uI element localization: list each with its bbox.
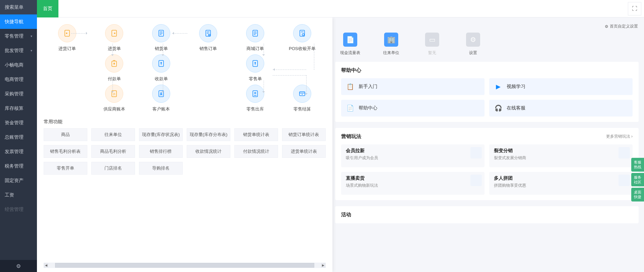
scroll-right-icon[interactable]: ▶ <box>321 263 326 268</box>
flow-node-purchase-bill[interactable]: 进货单 <box>91 24 138 52</box>
headset-icon: 🎧 <box>494 104 503 112</box>
common-button[interactable]: 商品 <box>44 128 87 141</box>
mkt-deco-icon <box>470 175 482 186</box>
flow-node-mall-order[interactable]: 商城订单 <box>232 24 279 52</box>
flow-node-supplier-ledger[interactable]: 供供应商账本 <box>91 85 138 112</box>
sidebar-item-retail[interactable]: 零售管理▾ <box>0 29 37 43</box>
content-area: 进货订单 进货单 销货单 销售订单 商城订单 POS收银开单 付款单 收款单 零… <box>37 17 644 272</box>
scrollbar-thumb[interactable] <box>55 263 315 268</box>
common-button[interactable]: 收款情况统计 <box>187 145 230 158</box>
badge-desktop[interactable]: 桌面快捷 <box>631 188 644 201</box>
gear-outline-icon: ⚙ <box>605 24 608 29</box>
side-badges: 客服热线 服务社区 桌面快捷 <box>631 158 644 203</box>
common-button[interactable]: 付款情况统计 <box>234 145 278 158</box>
mkt-deco-icon <box>470 147 482 158</box>
marketing-title: 营销玩法 <box>341 133 361 140</box>
help-support[interactable]: 🎧在线客服 <box>489 100 633 117</box>
common-button[interactable]: 销售毛利分析表 <box>44 145 87 158</box>
mkt-fission[interactable]: 裂变分销裂变式发展分销商 <box>489 144 633 167</box>
flow-node-sales-order[interactable]: 销售订单 <box>185 24 232 52</box>
gear-icon: ⚙ <box>16 263 21 269</box>
building-icon: 🏢 <box>384 33 398 47</box>
flow-node-payment[interactable]: 付款单 <box>91 54 138 82</box>
sidebar-item-funds[interactable]: 资金管理 <box>0 116 37 130</box>
common-button[interactable]: 进货单统计表 <box>282 145 326 158</box>
scroll-left-icon[interactable]: ◀ <box>44 263 48 268</box>
flow-node-pos[interactable]: POS收银开单 <box>279 24 326 52</box>
sidebar-item-invoice[interactable]: 发票管理 <box>0 144 37 159</box>
entry-settings[interactable]: ⚙设置 <box>460 33 486 56</box>
marketing-card: 营销玩法更多营销玩法 › 会员拉新吸引用户成为会员 裂变分销裂变式发展分销商 直… <box>335 128 639 200</box>
activity-card: 活动 <box>335 206 639 223</box>
mkt-group[interactable]: 多人拼团拼团购物享受优惠 <box>489 172 633 195</box>
help-card: 帮助中心 📋新手入门 ▶视频学习 📄帮助中心 🎧在线客服 <box>335 62 639 122</box>
tab-home[interactable]: 首页 <box>37 0 58 17</box>
help-newbie[interactable]: 📋新手入门 <box>341 78 485 95</box>
sidebar-item-tax[interactable]: 税务管理 <box>0 159 37 173</box>
sidebar-settings-button[interactable]: ⚙ <box>0 260 37 272</box>
sidebar: 搜索菜单 快捷导航 零售管理▾ 批发管理▾ 小畅电商 电商管理 采购管理 库存核… <box>0 0 37 272</box>
marketing-more-link[interactable]: 更多营销玩法 › <box>606 134 633 139</box>
caret-down-icon: ▾ <box>31 29 32 43</box>
common-button[interactable]: 商品毛利分析 <box>91 145 135 158</box>
badge-community[interactable]: 服务社区 <box>631 173 644 187</box>
document-out-icon <box>110 29 118 37</box>
common-button[interactable]: 现存量(库存状况表) <box>139 128 183 141</box>
common-button[interactable]: 销货订单统计表 <box>282 128 326 141</box>
flow-node-retail-bill[interactable]: 零售单 <box>232 54 279 82</box>
clipboard-icon: 📋 <box>346 82 355 91</box>
help-center[interactable]: 📄帮助中心 <box>341 100 485 117</box>
gear-icon: ⚙ <box>466 33 480 47</box>
sidebar-item-ecommerce[interactable]: 电商管理 <box>0 72 37 87</box>
entry-empty[interactable]: ▭暂无 <box>419 33 445 56</box>
money-doc-icon <box>251 59 259 67</box>
fullscreen-button[interactable]: ⛶ <box>628 2 641 15</box>
quick-entry-row: 📄现金流量表 🏢往来单位 ▭暂无 ⚙设置 <box>335 33 639 56</box>
svg-point-7 <box>302 34 304 36</box>
flow-node-purchase-order[interactable]: 进货订单 <box>44 24 91 52</box>
play-icon: ▶ <box>494 82 503 91</box>
entry-cashflow[interactable]: 📄现金流量表 <box>337 33 363 56</box>
document-in-icon <box>63 29 71 37</box>
common-button[interactable]: 门店排名 <box>91 162 135 175</box>
flow-node-sales-bill[interactable]: 销货单 <box>138 24 185 52</box>
flow-node-receipt[interactable]: 收款单 <box>138 54 185 82</box>
common-button[interactable]: 销售排行榜 <box>139 145 183 158</box>
sidebar-item-salary[interactable]: 工资 <box>0 188 37 202</box>
flow-node-retail-outbound[interactable]: 零售出库 <box>232 85 279 112</box>
svg-rect-17 <box>300 92 305 96</box>
common-button[interactable]: 导购排名 <box>139 162 183 175</box>
sidebar-item-assets[interactable]: 固定资产 <box>0 173 37 188</box>
common-functions-grid: 商品往来单位现存量(库存状况表)现存量(库存分布表)销货单统计表销货订单统计表销… <box>37 128 332 175</box>
right-panel: ⚙首页自定义设置 📄现金流量表 🏢往来单位 ▭暂无 ⚙设置 帮助中心 📋新手入门… <box>332 17 644 272</box>
common-button[interactable]: 现存量(库存分布表) <box>187 128 230 141</box>
sidebar-item-purchase[interactable]: 采购管理 <box>0 87 37 101</box>
activity-title: 活动 <box>341 212 351 218</box>
sidebar-item-xiaochang[interactable]: 小畅电商 <box>0 58 37 72</box>
mkt-member[interactable]: 会员拉新吸引用户成为会员 <box>341 144 485 167</box>
sidebar-item-inventory[interactable]: 库存核算 <box>0 101 37 116</box>
flow-node-retail-settle[interactable]: 零售结算 <box>279 85 326 112</box>
sidebar-item-quicknav[interactable]: 快捷导航 <box>0 14 37 29</box>
flow-diagram: 进货订单 进货单 销货单 销售订单 商城订单 POS收银开单 付款单 收款单 零… <box>37 24 332 112</box>
common-button[interactable]: 往来单位 <box>91 128 135 141</box>
sidebar-item-ledger[interactable]: 总账管理 <box>0 130 37 144</box>
home-customize-button[interactable]: ⚙首页自定义设置 <box>335 22 639 33</box>
doc-icon: 📄 <box>346 104 355 112</box>
badge-hotline[interactable]: 客服热线 <box>631 158 644 172</box>
mkt-live[interactable]: 直播卖货场景式购物新玩法 <box>341 172 485 195</box>
document-check-icon <box>204 29 212 37</box>
sidebar-item-wholesale[interactable]: 批发管理▾ <box>0 43 37 58</box>
document-list-icon <box>157 29 165 37</box>
sidebar-item-operation[interactable]: 经营管理 <box>0 202 37 217</box>
sidebar-item-search[interactable]: 搜索菜单 <box>0 0 37 14</box>
help-video[interactable]: ▶视频学习 <box>489 78 633 95</box>
common-button[interactable]: 零售开单 <box>44 162 87 175</box>
common-button[interactable]: 销货单统计表 <box>234 128 278 141</box>
flow-node-customer-ledger[interactable]: 客户账本 <box>138 85 185 112</box>
flyout-scrollbar[interactable]: ◀ ▶ <box>44 263 326 268</box>
outbound-icon <box>251 90 259 98</box>
entry-contacts[interactable]: 🏢往来单位 <box>378 33 404 56</box>
caret-down-icon: ▾ <box>31 43 32 58</box>
money-doc-icon <box>157 59 165 67</box>
